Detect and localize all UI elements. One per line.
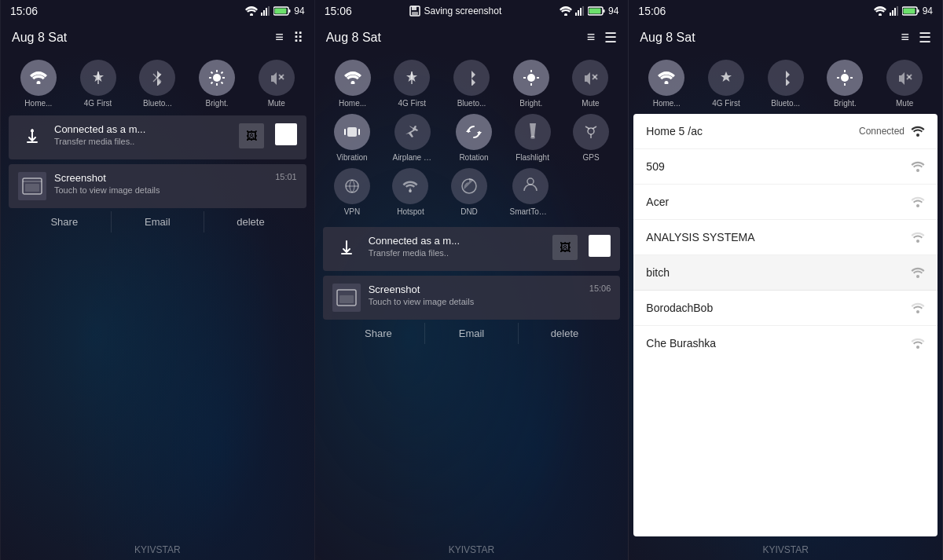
battery-pct-2: 94 (608, 5, 618, 16)
toggle-wifi-label: Home... (24, 99, 52, 108)
toggle-bluetooth-circle-p3[interactable] (768, 60, 804, 96)
toggle-dnd-label: DND (460, 207, 478, 216)
svg-rect-68 (917, 9, 919, 13)
list-icon-3[interactable]: ☰ (919, 29, 931, 46)
delete-button[interactable]: delete (204, 211, 297, 232)
toggle-wifi-circle[interactable] (20, 60, 57, 96)
wifi-item-509[interactable]: 509 (633, 149, 937, 185)
wifi-name-acer: Acer (646, 196, 669, 208)
toggle-brightness-circle[interactable] (199, 60, 235, 96)
date-icons-3: ≡ ☰ (901, 29, 932, 46)
toggle-vibration-circle[interactable] (334, 114, 370, 150)
svg-rect-31 (575, 13, 577, 16)
carrier-3: KYIVSTAR (629, 540, 942, 560)
usb-notif-content: Connected as a m... Transfer media files… (54, 123, 231, 146)
toggle-bluetooth[interactable]: Blueto... (139, 60, 175, 108)
wifi-item-home5ac[interactable]: Home 5 /ac Connected (633, 114, 937, 149)
toggle-hotspot-circle[interactable] (392, 168, 428, 204)
hamburger-icon-2[interactable]: ≡ (587, 29, 596, 46)
toggle-brightness[interactable]: Bright. (199, 60, 235, 108)
toggle-wifi-p2[interactable]: Home... (335, 60, 371, 108)
toggle-airplane[interactable]: Airplane m... (392, 114, 433, 162)
toggle-brightness-circle-p3[interactable] (827, 60, 863, 96)
hamburger-icon[interactable]: ≡ (275, 29, 284, 46)
usb-notification-2[interactable]: Connected as a m... Transfer media files… (323, 227, 621, 271)
toggle-brightness-p3[interactable]: Bright. (827, 60, 863, 108)
hamburger-icon-3[interactable]: ≡ (901, 29, 910, 46)
wifi-name-home5ac: Home 5 /ac (646, 125, 703, 137)
toggle-brightness-p2[interactable]: Bright. (513, 60, 549, 108)
status-bar-2: 15:06 Saving screenshot 94 (315, 0, 629, 22)
toggle-gps[interactable]: GPS (573, 114, 609, 162)
toggle-hotspot[interactable]: Hotspot (392, 168, 428, 216)
svg-rect-28 (412, 6, 416, 10)
toggle-dnd-circle[interactable] (451, 168, 487, 204)
toggle-rotation[interactable]: Rotation (456, 114, 492, 162)
status-time-1: 15:06 (10, 5, 38, 17)
wifi-item-borodachbob[interactable]: BorodachBob (633, 291, 937, 326)
list-icon-2[interactable]: ☰ (604, 29, 617, 46)
toggle-bluetooth-p2[interactable]: Blueto... (453, 60, 490, 108)
toggle-rotation-circle[interactable] (456, 114, 492, 150)
toggle-4g[interactable]: 4G First (80, 60, 116, 108)
svg-point-12 (213, 74, 221, 82)
screenshot-notification-2[interactable]: Screenshot Touch to view image details 1… (323, 276, 621, 320)
svg-point-0 (250, 13, 253, 16)
toggle-smarttouch[interactable]: SmartTouch (510, 168, 551, 216)
toggle-bluetooth-p3[interactable]: Blueto... (768, 60, 804, 108)
signal-status-icon (261, 6, 270, 16)
svg-marker-50 (466, 129, 471, 132)
toggle-vibration[interactable]: Vibration (334, 114, 370, 162)
toggle-dnd[interactable]: DND (451, 168, 487, 216)
toggle-flashlight-circle[interactable] (515, 114, 551, 150)
toggle-flashlight[interactable]: Flashlight (515, 114, 551, 162)
toggle-airplane-circle[interactable] (394, 114, 431, 150)
share-button[interactable]: Share (18, 211, 112, 232)
toggle-4g-circle-p2[interactable] (394, 60, 430, 96)
wifi-item-cheburashka[interactable]: Che Burashka (633, 326, 937, 361)
date-bar-1: Aug 8 Sat ≡ ⠿ (1, 22, 314, 53)
toggle-bluetooth-circle[interactable] (139, 60, 175, 96)
toggle-bluetooth-circle-p2[interactable] (453, 60, 490, 96)
toggle-smarttouch-circle[interactable] (512, 168, 549, 204)
wifi-item-analysis[interactable]: ANALYSIS SYSTEMA (633, 220, 937, 255)
svg-rect-7 (275, 9, 287, 14)
toggle-4g-p2[interactable]: 4G First (394, 60, 430, 108)
svg-point-80 (916, 204, 919, 207)
date-text-1: Aug 8 Sat (12, 31, 67, 45)
delete-button-2[interactable]: delete (519, 323, 611, 344)
toggle-brightness-circle-p2[interactable] (513, 60, 549, 96)
toggle-wifi-circle-p2[interactable] (335, 60, 371, 96)
toggle-bluetooth-label-p2: Blueto... (457, 99, 486, 108)
wifi-item-acer[interactable]: Acer (633, 185, 937, 220)
screenshot-notif-sub-2: Touch to view image details (369, 297, 582, 306)
toggle-4g-circle[interactable] (80, 60, 116, 96)
toggle-vpn-circle[interactable] (334, 168, 370, 204)
grid-icon[interactable]: ⠿ (293, 29, 303, 46)
toggle-mute-circle[interactable] (259, 60, 295, 96)
toggle-mute-circle-p3[interactable] (886, 60, 923, 96)
toggle-gps-circle[interactable] (573, 114, 609, 150)
screenshot-notification[interactable]: Screenshot Touch to view image details 1… (9, 164, 306, 208)
toggle-mute-circle-p2[interactable] (572, 60, 608, 96)
toggle-vpn[interactable]: VPN (334, 168, 370, 216)
toggle-wifi-p3[interactable]: Home... (648, 60, 684, 108)
share-button-2[interactable]: Share (332, 323, 426, 344)
quick-toggles-row1-panel1: Home... 4G First Blueto... Bright. Mute (1, 53, 314, 111)
toggle-4g-p3[interactable]: 4G First (708, 60, 744, 108)
usb-notif-sub: Transfer media files.. (54, 137, 231, 146)
toggle-wifi[interactable]: Home... (20, 60, 57, 108)
carrier-1: KYIVSTAR (1, 540, 314, 560)
toggle-mute-p2[interactable]: Mute (572, 60, 608, 108)
toggle-wifi-circle-p3[interactable] (648, 60, 684, 96)
wifi-item-bitch[interactable]: bitch (633, 255, 937, 291)
svg-rect-4 (268, 6, 270, 16)
toggle-4g-circle-p3[interactable] (708, 60, 744, 96)
screenshot-notif-actions-2: Share Email delete (323, 320, 621, 350)
usb-notification[interactable]: Connected as a m... Transfer media files… (9, 115, 306, 159)
wifi-signal-acer (911, 196, 925, 207)
email-button[interactable]: Email (112, 211, 205, 232)
toggle-mute-p3[interactable]: Mute (886, 60, 923, 108)
toggle-mute[interactable]: Mute (259, 60, 295, 108)
email-button-2[interactable]: Email (425, 323, 519, 344)
